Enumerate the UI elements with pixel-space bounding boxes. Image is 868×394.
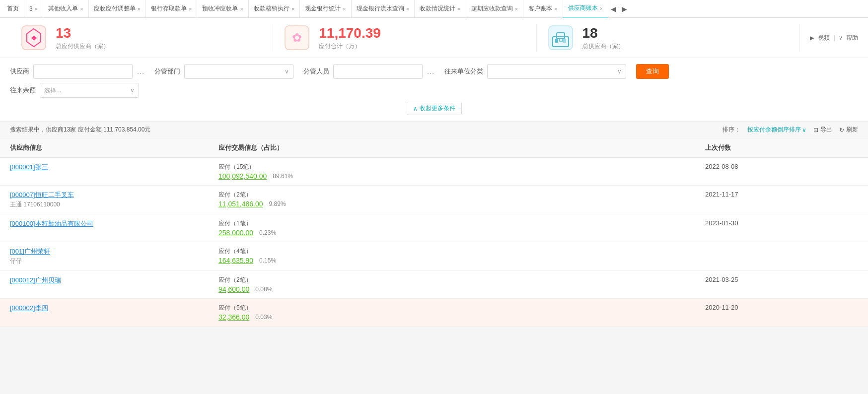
supplier-sub-info: 王通 17106110000 [10, 200, 199, 209]
nav-prev-arrow[interactable]: ◀ [608, 0, 619, 18]
dept-label: 分管部门 [154, 67, 180, 76]
table-row: [000012]广州贝瑞应付（2笔）94,600.000.08%2021-03-… [0, 271, 868, 299]
payable-total-info: 11,170.39 应付合计（万） [319, 25, 381, 51]
table-row: [000100]本特勤油品有限公司应付（1笔）258,000.000.23%20… [0, 214, 868, 242]
dept-select[interactable]: ∨ [184, 64, 293, 79]
pay-amount-link[interactable]: 164,635.90 [218, 257, 253, 264]
supplier-info-cell: [000007]恒旺二手叉车王通 17106110000 [0, 186, 209, 214]
pay-amount-link[interactable]: 258,000.00 [218, 229, 253, 237]
supplier-link[interactable]: [001]广州荣轩 [10, 248, 50, 255]
filter-person: 分管人员 … [303, 64, 434, 79]
stat-payable-total: ✿ 11,170.39 应付合计（万） [273, 24, 536, 52]
close-icon[interactable]: × [554, 6, 557, 12]
svg-rect-8 [555, 39, 558, 43]
export-button[interactable]: ⊡ 导出 [813, 126, 832, 134]
category-select[interactable]: ∨ [487, 64, 626, 79]
pay-amount-row: 164,635.900.15% [218, 257, 387, 264]
supplier-link[interactable]: [000007]恒旺二手叉车 [10, 191, 74, 198]
help-icon: ? [839, 35, 842, 41]
table-row: [000001]张三应付（15笔）100,092,540.0089.61%202… [0, 158, 868, 186]
supplier-link[interactable]: [000100]本特勤油品有限公司 [10, 220, 93, 227]
pay-amount-link[interactable]: 11,051,486.00 [218, 200, 263, 208]
results-summary-bar: 搜索结果中，供应商13家 应付金额 111,703,854.00元 排序： 按应… [0, 122, 868, 138]
pay-amount-link[interactable]: 100,092,540.00 [218, 172, 267, 180]
supplier-info-cell: [000012]广州贝瑞 [0, 271, 209, 299]
query-button[interactable]: 查询 [636, 64, 669, 79]
close-icon[interactable]: × [35, 6, 38, 12]
nav-tab-customer-account[interactable]: 客户账本 × [523, 0, 563, 18]
person-input[interactable] [333, 64, 423, 79]
supplier-link[interactable]: [000001]张三 [10, 163, 48, 171]
pay-amount-link[interactable]: 94,600.00 [218, 285, 249, 293]
nav-tab-collect-stats[interactable]: 收款情况统计 × [415, 0, 466, 18]
nav-tab-other-income[interactable]: 其他收入单 × [43, 0, 88, 18]
nav-tab-supplier-account[interactable]: 供应商账本 × [563, 0, 608, 18]
supplier-link[interactable]: [000002]李四 [10, 304, 48, 312]
person-dots[interactable]: … [427, 67, 434, 76]
filter-section: 供应商 … 分管部门 ∨ 分管人员 … 往来单位分类 ∨ 查询 往来余额 [0, 58, 868, 122]
supplier-info-cell: [000100]本特勤油品有限公司 [0, 214, 209, 242]
video-link[interactable]: 视频 [818, 34, 830, 42]
pay-amount-row: 94,600.000.08% [218, 285, 387, 293]
top-links: ▶ 视频 | ? 帮助 [800, 34, 858, 42]
supplier-dots[interactable]: … [137, 67, 145, 76]
last-pay-date-cell [695, 242, 868, 271]
supplier-link[interactable]: [000012]广州贝瑞 [10, 276, 61, 284]
svg-text:❖: ❖ [31, 34, 37, 42]
payable-info-cell: 应付（1笔）258,000.000.23% [209, 214, 397, 242]
col-header-lastpay: 上次付数 [695, 138, 868, 158]
svg-text:✿: ✿ [292, 31, 302, 44]
nav-tab-home-label: 首页 [7, 4, 19, 13]
close-icon[interactable]: × [291, 6, 294, 12]
filter-dept: 分管部门 ∨ [154, 64, 293, 79]
help-link[interactable]: 帮助 [846, 34, 858, 42]
close-icon[interactable]: × [600, 5, 603, 11]
supplier-sub-info: 仔仔 [10, 257, 199, 265]
pay-percentage: 89.61% [273, 173, 293, 180]
collapse-icon: ∧ [413, 105, 418, 112]
nav-tab-cash-bank-flow[interactable]: 现金银行流水查询 × [352, 0, 415, 18]
payable-info-cell: 应付（2笔）11,051,486.009.89% [209, 186, 397, 214]
filter-supplier: 供应商 … [10, 64, 145, 79]
payable-total-label: 应付合计（万） [319, 42, 381, 51]
collapse-button[interactable]: ∧ 收起更多条件 [407, 102, 462, 115]
results-summary-text: 搜索结果中，供应商13家 应付金额 111,703,854.00元 [10, 126, 150, 134]
pct-bar-cell [397, 242, 695, 271]
nav-tab-customer-account-label: 客户账本 [528, 4, 552, 13]
payable-total-count: 11,170.39 [319, 25, 381, 42]
close-icon[interactable]: × [515, 6, 518, 12]
nav-tab-bank-deposit[interactable]: 银行存取款单 × [146, 0, 197, 18]
filter-balance: 往来余额 选择... ∨ [10, 83, 139, 98]
refresh-button[interactable]: ↻ 刷新 [839, 126, 858, 134]
close-icon[interactable]: × [240, 6, 243, 12]
supplier-label: 供应商 [10, 67, 29, 76]
close-icon[interactable]: × [457, 6, 460, 12]
nav-tab-prepay-collect[interactable]: 预收冲应收单 × [197, 0, 248, 18]
filter-row-2: 往来余额 选择... ∨ [10, 83, 858, 98]
nav-tab-home[interactable]: 首页 [2, 0, 24, 18]
nav-tab-ap-adjust[interactable]: 应收应付调整单 × [89, 0, 146, 18]
close-icon[interactable]: × [343, 6, 346, 12]
supplier-info-cell: [000001]张三 [0, 158, 209, 186]
pay-amount-link[interactable]: 32,366.00 [218, 313, 249, 321]
close-icon[interactable]: × [138, 6, 141, 12]
close-icon[interactable]: × [80, 6, 83, 12]
close-icon[interactable]: × [189, 6, 192, 12]
nav-tab-overdue-collect[interactable]: 超期应收款查询 × [466, 0, 523, 18]
balance-select[interactable]: 选择... ∨ [40, 83, 139, 98]
nav-tab-cash-bank-stats[interactable]: 现金银行统计 × [300, 0, 351, 18]
nav-next-arrow[interactable]: ▶ [619, 0, 630, 18]
sort-select[interactable]: 按应付余额倒序排序 ∨ [747, 126, 806, 134]
payable-info-cell: 应付（5笔）32,366.000.03% [209, 299, 397, 327]
pay-percentage: 0.15% [259, 257, 276, 264]
payable-info-cell: 应付（4笔）164,635.900.15% [209, 242, 397, 271]
close-icon[interactable]: × [406, 6, 409, 12]
pay-percentage: 0.08% [255, 286, 272, 293]
video-icon: ▶ [810, 35, 814, 41]
nav-tab-3[interactable]: 3 × [24, 0, 43, 18]
nav-tab-collect-exec[interactable]: 收款核销执行 × [249, 0, 300, 18]
pay-percentage: 0.03% [255, 314, 272, 321]
supplier-input[interactable] [33, 64, 133, 79]
pay-count: 应付（1笔） [218, 219, 387, 228]
pay-count: 应付（2笔） [218, 276, 387, 284]
